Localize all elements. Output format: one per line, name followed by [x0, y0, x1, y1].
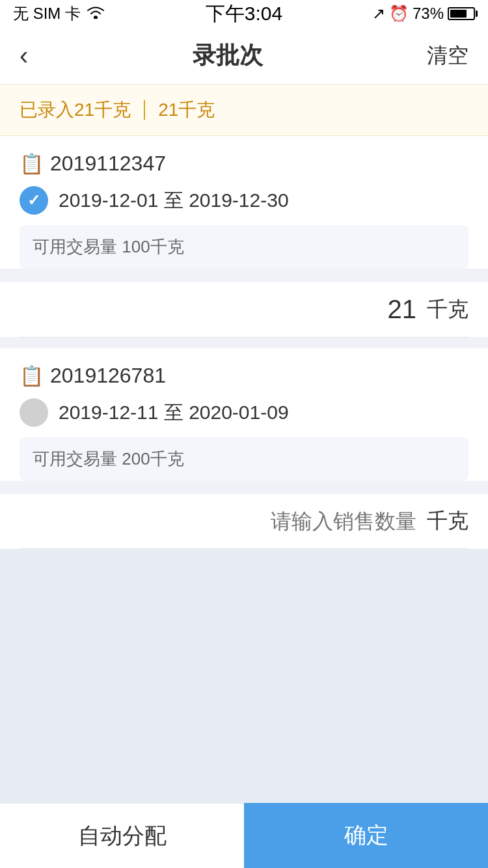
- batch1-available: 可用交易量 100千克: [20, 225, 468, 269]
- carrier-text: 无 SIM 卡: [13, 3, 81, 24]
- batch2-date-range: 2019-12-11 至 2020-01-09: [59, 400, 289, 426]
- auto-distribute-label: 自动分配: [78, 821, 167, 851]
- batch1-date-range: 2019-12-01 至 2019-12-30: [59, 187, 289, 214]
- batch-item-2: 📋 2019126781 2019-12-11 至 2020-01-09 可用交…: [0, 348, 488, 481]
- batch1-amount-unit: 千克: [427, 295, 468, 324]
- auto-distribute-button[interactable]: 自动分配: [0, 803, 244, 868]
- battery-percent: 73%: [413, 5, 444, 23]
- svg-point-0: [94, 16, 98, 19]
- summary-amount: 21千克: [158, 98, 215, 122]
- batch1-id: 2019112347: [50, 152, 166, 176]
- batch2-header: 📋 2019126781: [20, 364, 468, 388]
- batch1-radio[interactable]: ✓: [20, 186, 48, 215]
- page-title: 录批次: [193, 40, 263, 72]
- nav-bar: ‹ 录批次 清空: [0, 27, 488, 85]
- batch-item-1: 📋 2019112347 ✓ 2019-12-01 至 2019-12-30 可…: [0, 136, 488, 269]
- batch1-amount-value: 21: [388, 295, 417, 324]
- quantity-input-2[interactable]: [221, 509, 416, 534]
- battery-icon: [448, 7, 475, 20]
- entered-text: 已录入21千克: [20, 98, 131, 122]
- back-button[interactable]: ‹: [20, 41, 28, 70]
- bottom-bar: 自动分配 确定: [0, 803, 488, 868]
- check-mark: ✓: [27, 191, 40, 210]
- confirm-button[interactable]: 确定: [244, 803, 488, 868]
- gray-area: [0, 549, 488, 809]
- card-spacer: [0, 338, 488, 348]
- batch1-amount-row: 21 千克: [0, 282, 488, 337]
- batch2-unit: 千克: [427, 507, 468, 536]
- alarm-icon: ⏰: [389, 5, 409, 23]
- batch2-id: 2019126781: [50, 364, 166, 388]
- summary-divider: [144, 100, 145, 120]
- status-time: 下午3:04: [206, 1, 282, 27]
- batch2-input-row: 千克: [0, 494, 488, 549]
- batch2-available: 可用交易量 200千克: [20, 437, 468, 481]
- location-icon: ↗: [372, 5, 385, 23]
- content-area: 📋 2019112347 ✓ 2019-12-01 至 2019-12-30 可…: [0, 136, 488, 868]
- batch2-radio[interactable]: [20, 398, 48, 427]
- clear-button[interactable]: 清空: [427, 42, 468, 70]
- batch1-row: ✓ 2019-12-01 至 2019-12-30: [20, 186, 468, 215]
- batch2-row: 2019-12-11 至 2020-01-09: [20, 398, 468, 427]
- wifi-icon: [86, 5, 105, 23]
- status-right: ↗ ⏰ 73%: [372, 5, 475, 23]
- status-bar: 无 SIM 卡 下午3:04 ↗ ⏰ 73%: [0, 0, 488, 27]
- batch2-icon: 📋: [20, 364, 44, 387]
- confirm-label: 确定: [344, 821, 388, 850]
- status-left: 无 SIM 卡: [13, 3, 105, 24]
- batch1-header: 📋 2019112347: [20, 152, 468, 176]
- batch1-icon: 📋: [20, 152, 44, 175]
- summary-bar: 已录入21千克 21千克: [0, 85, 488, 136]
